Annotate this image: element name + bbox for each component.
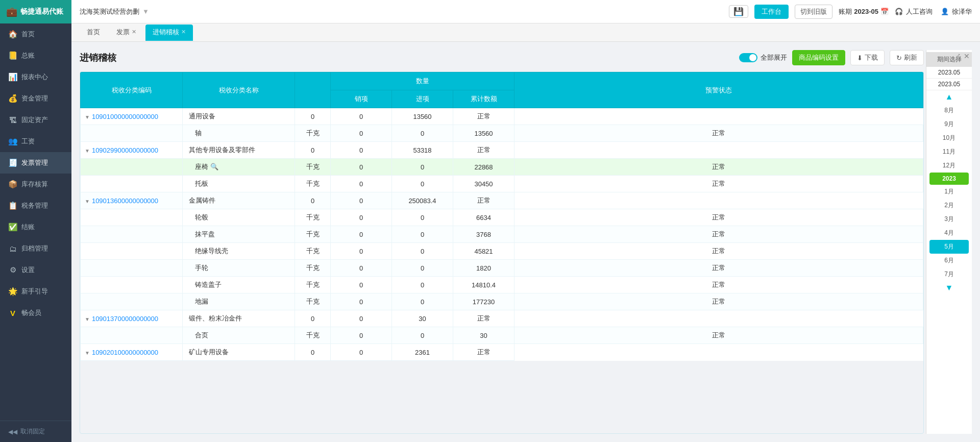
item-unit-cell: 千克 bbox=[295, 327, 331, 344]
item-name-cell: 座椅 🔍 bbox=[183, 159, 295, 176]
download-button[interactable]: ⬇ 下载 bbox=[850, 50, 885, 65]
period-month[interactable]: 2023 bbox=[929, 173, 969, 185]
collapse-icon[interactable]: ▼ bbox=[85, 350, 90, 356]
sidebar-item-guide[interactable]: 🌟 新手引导 bbox=[0, 281, 71, 302]
sidebar-item-reports[interactable]: 📊 报表中心 bbox=[0, 66, 71, 88]
save-button[interactable]: 💾 bbox=[729, 5, 748, 18]
period-selector[interactable]: 账期 2023-05 📅 bbox=[839, 7, 889, 16]
panel-expand-button[interactable]: ⤢ bbox=[955, 52, 961, 59]
settle-icon: ✅ bbox=[8, 223, 17, 232]
item-code-cell bbox=[81, 243, 183, 260]
sidebar-item-settings[interactable]: ⚙ 设置 bbox=[0, 259, 71, 281]
sidebar-item-invoice[interactable]: 🧾 发票管理 bbox=[0, 152, 71, 174]
logo-icon: 💼 bbox=[6, 6, 17, 17]
item-purchase-cell: 0 bbox=[392, 243, 453, 260]
product-code-label: 商品编码设置 bbox=[799, 53, 839, 62]
period-month[interactable]: 8月 bbox=[926, 104, 972, 117]
item-total-cell: 13560 bbox=[453, 125, 514, 142]
product-code-button[interactable]: 商品编码设置 bbox=[792, 50, 845, 65]
period-up-arrow[interactable]: ▲ bbox=[926, 90, 972, 104]
item-purchase-cell: 0 bbox=[392, 277, 453, 293]
group-total-cell: 250083.4 bbox=[392, 192, 453, 209]
group-code-cell: ▼109029900000000000 bbox=[81, 142, 183, 159]
sidebar-item-member[interactable]: V 畅会员 bbox=[0, 302, 71, 324]
expand-toggle[interactable]: 全部展开 bbox=[739, 53, 787, 62]
period-month[interactable]: 4月 bbox=[926, 226, 972, 240]
unpin-label: 取消固定 bbox=[20, 427, 45, 436]
item-code-cell bbox=[81, 176, 183, 192]
refresh-button[interactable]: ↻ 刷新 bbox=[890, 50, 924, 65]
period-month[interactable]: 7月 bbox=[926, 267, 972, 281]
company-selector[interactable]: 沈海英测试经营勿删 ▼ bbox=[80, 7, 723, 16]
item-total-cell: 30450 bbox=[453, 176, 514, 192]
refresh-icon: ↻ bbox=[896, 54, 902, 62]
group-code-cell: ▼109020100000000000 bbox=[81, 344, 183, 361]
switch-version-button[interactable]: 切到旧版 bbox=[795, 5, 832, 19]
workbench-button[interactable]: 工作台 bbox=[754, 5, 789, 19]
group-total-cell: 53318 bbox=[392, 142, 453, 159]
period-month[interactable]: 12月 bbox=[926, 159, 972, 173]
item-code-cell bbox=[81, 159, 183, 176]
sidebar-item-label: 归档管理 bbox=[21, 244, 48, 253]
table-row: 地漏 千克 0 0 177230 正常 bbox=[81, 293, 923, 310]
toggle-track[interactable] bbox=[739, 53, 757, 62]
collapse-icon[interactable]: ▼ bbox=[85, 148, 90, 154]
item-sale-cell: 0 bbox=[331, 226, 392, 243]
support-link[interactable]: 🎧 人工咨询 bbox=[895, 7, 933, 16]
th-quantity-group: 数量 bbox=[331, 72, 514, 90]
sidebar-item-archive[interactable]: 🗂 归档管理 bbox=[0, 238, 71, 259]
sidebar-item-inventory[interactable]: 📦 库存核算 bbox=[0, 174, 71, 195]
period-month[interactable]: 11月 bbox=[926, 145, 972, 159]
guide-icon: 🌟 bbox=[8, 287, 17, 296]
chevron-down-icon: ▼ bbox=[142, 8, 149, 15]
item-sale-cell: 0 bbox=[331, 277, 392, 293]
sidebar-item-label: 首页 bbox=[21, 30, 35, 39]
period-month[interactable]: 10月 bbox=[926, 131, 972, 145]
user-menu[interactable]: 👤 徐泽华 bbox=[941, 7, 972, 16]
item-purchase-cell: 0 bbox=[392, 159, 453, 176]
sidebar-unpin[interactable]: ◀◀ 取消固定 bbox=[0, 421, 71, 442]
collapse-icon[interactable]: ▼ bbox=[85, 114, 90, 120]
item-sale-cell: 0 bbox=[331, 260, 392, 277]
group-status-cell: 正常 bbox=[453, 192, 514, 209]
search-icon[interactable]: 🔍 bbox=[210, 163, 218, 170]
table-row: 轴 千克 0 0 13560 正常 bbox=[81, 125, 923, 142]
item-sale-cell: 0 bbox=[331, 125, 392, 142]
item-unit-cell: 千克 bbox=[295, 159, 331, 176]
period-month[interactable]: 2月 bbox=[926, 199, 972, 212]
item-name-cell: 抹平盘 bbox=[183, 226, 295, 243]
table-row: 座椅 🔍 千克 0 0 22868 正常 bbox=[81, 159, 923, 176]
group-sale-cell: 0 bbox=[295, 344, 331, 361]
sidebar-item-home[interactable]: 🏠 首页 bbox=[0, 23, 71, 45]
th-total: 累计数额 bbox=[453, 90, 514, 108]
period-month[interactable]: 1月 bbox=[926, 185, 972, 199]
item-name-cell: 绝缘导线壳 bbox=[183, 243, 295, 260]
collapse-icon[interactable]: ▼ bbox=[85, 316, 90, 322]
sidebar-item-assets[interactable]: 🏗 固定资产 bbox=[0, 109, 71, 131]
tab-reconcile[interactable]: 进销稽核 ✕ bbox=[145, 24, 193, 41]
tab-reconcile-close[interactable]: ✕ bbox=[181, 29, 186, 35]
sidebar-item-funds[interactable]: 💰 资金管理 bbox=[0, 88, 71, 109]
tab-invoice[interactable]: 发票 ✕ bbox=[109, 24, 143, 41]
item-purchase-cell: 0 bbox=[392, 226, 453, 243]
group-status-cell: 正常 bbox=[453, 344, 514, 361]
tab-invoice-close[interactable]: ✕ bbox=[132, 29, 136, 35]
item-code-cell bbox=[81, 226, 183, 243]
period-month[interactable]: 5月 bbox=[929, 240, 969, 254]
collapse-icon[interactable]: ▼ bbox=[85, 199, 90, 204]
sidebar-item-settle[interactable]: ✅ 结账 bbox=[0, 216, 71, 238]
group-code-cell: ▼109010000000000000 bbox=[81, 108, 183, 125]
period-month[interactable]: 6月 bbox=[926, 254, 972, 267]
sidebar-item-tax[interactable]: 📋 税务管理 bbox=[0, 195, 71, 216]
item-total-cell: 14810.4 bbox=[453, 277, 514, 293]
period-down-arrow[interactable]: ▼ bbox=[926, 281, 972, 294]
period-month[interactable]: 3月 bbox=[926, 212, 972, 226]
sidebar-item-salary[interactable]: 👥 工资 bbox=[0, 131, 71, 152]
tab-home[interactable]: 首页 bbox=[80, 24, 107, 41]
panel-close-button[interactable]: ✕ bbox=[964, 52, 970, 60]
period-month[interactable]: 9月 bbox=[926, 117, 972, 131]
item-status-cell: 正常 bbox=[514, 260, 923, 277]
sidebar-item-ledger[interactable]: 📒 总账 bbox=[0, 45, 71, 66]
data-table: 税收分类编码 税收分类名称 数量 预警状态 销项 进项 累计数额 ▼109010… bbox=[80, 71, 924, 434]
home-icon: 🏠 bbox=[8, 30, 17, 39]
